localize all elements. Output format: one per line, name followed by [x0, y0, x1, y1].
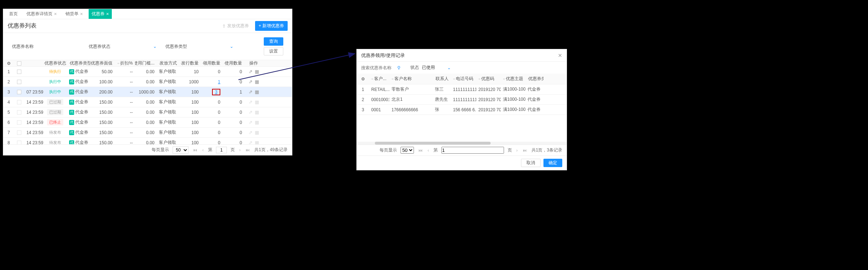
col-method[interactable]: 发放方式: [157, 60, 179, 66]
table-row[interactable]: 3 07 23:59 执行中 代代金券 200.00 -- 1000.00 客户…: [3, 87, 292, 97]
row-checkbox[interactable]: [14, 120, 24, 125]
table-row[interactable]: 4 14 23:59 已过期 代代金券 150.00 -- 0.00 客户领取 …: [3, 97, 292, 107]
row-use-qty: 1: [223, 90, 244, 95]
qr-icon[interactable]: ▦: [255, 89, 259, 95]
last-page-button[interactable]: ⏭: [522, 148, 528, 153]
row-threshold: 1000.00: [135, 90, 157, 95]
col-customer-code[interactable]: 客户...: [369, 76, 389, 82]
coupon-type-select[interactable]: ⌄: [190, 44, 233, 49]
share-icon[interactable]: ⇗: [249, 79, 253, 84]
row-checkbox[interactable]: [14, 80, 24, 84]
select-all-checkbox[interactable]: [14, 61, 24, 66]
first-page-button[interactable]: ⏮: [418, 148, 423, 153]
filter-buttons: 查询 设置: [264, 37, 283, 55]
qr-icon[interactable]: ▦: [255, 69, 259, 74]
row-discount: --: [115, 69, 135, 74]
prev-page-button[interactable]: ‹: [202, 148, 204, 153]
claim-count-link[interactable]: 3: [212, 89, 220, 95]
col-type[interactable]: 优惠券类型: [67, 60, 91, 66]
col-coupon-type[interactable]: 优惠券类: [525, 76, 543, 82]
col-subject[interactable]: 优惠主题: [501, 76, 525, 82]
share-icon[interactable]: ⇗: [249, 69, 253, 74]
coupon-status-select[interactable]: ⌄: [113, 44, 157, 49]
search-button[interactable]: 查询: [264, 37, 283, 46]
row-index: 2: [3, 79, 14, 84]
page-input[interactable]: [216, 147, 227, 153]
table-row[interactable]: 3 0001 17666666666 张 156 6666 6... 20191…: [357, 105, 567, 115]
tab-home[interactable]: 首页: [6, 9, 21, 19]
horizontal-scrollbar[interactable]: [357, 142, 567, 145]
row-time: 14 23:59: [24, 130, 43, 135]
search-input[interactable]: [361, 65, 397, 70]
issue-coupon-button[interactable]: ⇪发放优惠券: [219, 21, 252, 31]
claim-count-link[interactable]: 1: [218, 79, 220, 84]
tab-sales-order[interactable]: 销货单✕: [63, 9, 86, 19]
col-use-qty[interactable]: 使用数量: [223, 60, 244, 66]
table-row[interactable]: 2 00010001 北京1 唐先生 11111111111 2019120 7…: [357, 95, 567, 105]
page-input[interactable]: [441, 147, 504, 154]
row-status: 已终止: [43, 119, 67, 125]
next-page-button[interactable]: ›: [516, 148, 518, 153]
row-checkbox[interactable]: [14, 70, 24, 74]
per-page-select[interactable]: 50: [173, 146, 189, 154]
first-page-button[interactable]: ⏮: [192, 148, 198, 153]
confirm-button[interactable]: 确定: [543, 159, 562, 167]
next-page-button[interactable]: ›: [238, 148, 241, 153]
row-customer-name: 17666666666: [389, 107, 433, 112]
close-icon[interactable]: ✕: [80, 12, 83, 16]
col-customer-name[interactable]: 客户名称: [389, 76, 433, 82]
row-coupon-type: 代金券: [525, 107, 543, 113]
prev-page-button[interactable]: ‹: [427, 148, 430, 153]
per-page-select[interactable]: 50: [401, 147, 414, 154]
col-discount[interactable]: 折扣%: [115, 60, 135, 66]
col-contact[interactable]: 联系人: [433, 76, 451, 82]
row-checkbox[interactable]: [14, 141, 24, 145]
table-row[interactable]: 1 待执行 代代金券 50.00 -- 0.00 客户领取 10 0 0 ⇗ ▦: [3, 67, 292, 77]
close-icon[interactable]: ✕: [54, 12, 57, 16]
share-icon[interactable]: ⇗: [249, 89, 253, 95]
qr-icon: ▦: [255, 109, 259, 115]
col-face[interactable]: 优惠券面值: [91, 60, 115, 66]
gear-icon[interactable]: ⚙: [357, 76, 369, 82]
cancel-button[interactable]: 取消: [521, 159, 541, 167]
row-customer-code: 0001: [369, 107, 389, 112]
search-icon[interactable]: ⚲: [397, 65, 401, 70]
row-checkbox[interactable]: [14, 90, 24, 94]
row-checkbox[interactable]: [14, 130, 24, 135]
col-threshold[interactable]: 使用门槛...: [135, 60, 157, 66]
table-row[interactable]: 6 14 23:59 已终止 代代金券 150.00 -- 0.00 客户领取 …: [3, 117, 292, 128]
close-icon[interactable]: ✕: [106, 12, 109, 16]
table-row[interactable]: 1 RETAIL... 零散客户 张三 11111111111 2019120 …: [357, 84, 567, 95]
tab-coupon-detail[interactable]: 优惠券详情页✕: [24, 9, 60, 19]
close-icon[interactable]: ✕: [558, 53, 562, 58]
row-phone: 11111111111: [451, 87, 476, 92]
row-ops: ⇗ ▦: [244, 120, 263, 125]
row-use-qty: 0: [223, 79, 244, 84]
col-coupon-code[interactable]: 优惠码: [476, 76, 501, 82]
row-time: 14 23:59: [24, 120, 43, 125]
table-row[interactable]: 5 14 23:59 已过期 代代金券 150.00 -- 0.00 客户领取 …: [3, 107, 292, 117]
col-status[interactable]: 优惠券状态: [43, 60, 67, 66]
add-coupon-button[interactable]: + 新增优惠券: [255, 21, 288, 31]
col-phone[interactable]: 电话号码: [451, 76, 476, 82]
row-issue-qty: 1000: [179, 79, 201, 84]
row-use-qty: 0: [223, 69, 244, 74]
settings-button[interactable]: 设置: [264, 47, 283, 55]
row-status: 待发布: [43, 140, 67, 144]
col-claim-qty[interactable]: 领用数量: [201, 60, 223, 66]
qr-icon: ▦: [255, 130, 259, 135]
tab-coupon[interactable]: 优惠券✕: [89, 9, 112, 19]
last-page-button[interactable]: ⏭: [245, 148, 251, 153]
modal-status-select[interactable]: 已使用 ⌄: [422, 65, 451, 71]
page-prefix: 第: [433, 147, 438, 153]
gear-icon[interactable]: ⚙: [3, 61, 14, 66]
row-checkbox[interactable]: [14, 110, 24, 115]
coupon-name-input[interactable]: [37, 44, 80, 49]
table-row[interactable]: 2 执行中 代代金券 100.00 -- 0.00 客户领取 1000 1 0 …: [3, 77, 292, 87]
row-checkbox[interactable]: [14, 100, 24, 104]
table-row[interactable]: 8 14 23:59 待发布 代代金券 150.00 -- 0.00 客户领取 …: [3, 138, 292, 144]
modal-title: 优惠券领用/使用记录: [361, 52, 405, 59]
table-row[interactable]: 7 14 23:59 待发布 代代金券 150.00 -- 0.00 客户领取 …: [3, 128, 292, 138]
qr-icon[interactable]: ▦: [255, 79, 259, 84]
col-issue-qty[interactable]: 发行数量: [179, 60, 201, 66]
